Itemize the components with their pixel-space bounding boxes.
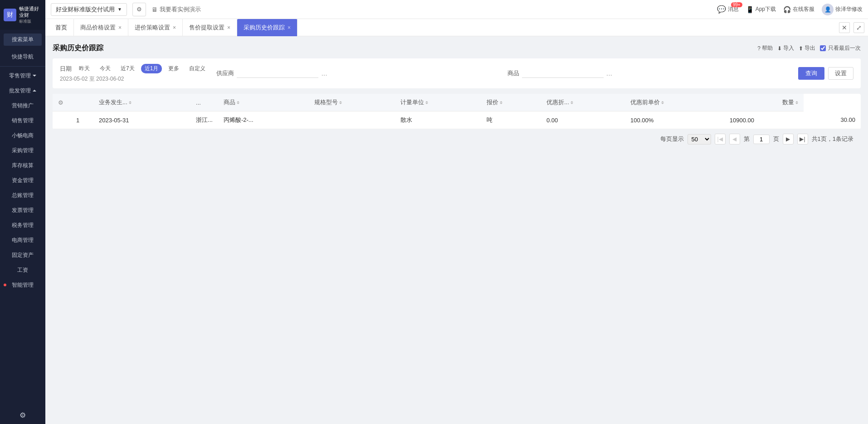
- last-page-button[interactable]: ▶|: [797, 134, 808, 145]
- col-spec[interactable]: 规格型号: [309, 94, 395, 111]
- tab-purchase-strategy[interactable]: 进价策略设置 ×: [128, 19, 183, 36]
- sort-discount-icon: [571, 101, 573, 104]
- search-menu-button[interactable]: 搜索菜单: [4, 34, 42, 46]
- next-page-button[interactable]: ▶: [783, 134, 794, 145]
- cell-quoted-price: 0.00: [541, 111, 625, 129]
- sidebar-item-invoice[interactable]: 发票管理: [0, 203, 45, 218]
- sidebar-item-quick-nav[interactable]: 快捷导航: [0, 49, 45, 64]
- app-download-button[interactable]: 📱 App下载: [746, 5, 776, 13]
- supplier-dots[interactable]: ...: [321, 69, 327, 77]
- query-button[interactable]: 查询: [798, 67, 824, 80]
- only-last-checkbox[interactable]: [820, 45, 826, 51]
- sidebar-item-finance[interactable]: 资金管理: [0, 173, 45, 188]
- col-pre-price[interactable]: 优惠前单价: [625, 94, 724, 111]
- sidebar-search[interactable]: 搜索菜单: [0, 30, 45, 49]
- product-selector[interactable]: 好业财标准版交付试用 ▼: [51, 3, 127, 16]
- messages-button[interactable]: 💬 消息 99+: [717, 5, 739, 14]
- goods-input[interactable]: [522, 69, 604, 78]
- tab-price[interactable]: 商品价格设置 ×: [74, 19, 128, 36]
- col-goods[interactable]: 商品: [218, 94, 309, 111]
- import-link[interactable]: ⬇ 导入: [777, 44, 794, 52]
- total-info: 共1页，1条记录: [812, 135, 853, 143]
- tab-history-price-close[interactable]: ×: [288, 24, 291, 31]
- sort-price[interactable]: 报价: [487, 98, 502, 106]
- filter-bar: 日期 昨天 今天 近7天 近1月 更多 自定义 2023-05-02 至 202…: [53, 58, 861, 88]
- settings-button[interactable]: 设置: [828, 67, 853, 80]
- avatar: 👤: [822, 4, 834, 15]
- sidebar-item-retail[interactable]: 零售管理: [0, 68, 45, 83]
- sidebar-item-inventory[interactable]: 库存核算: [0, 158, 45, 173]
- tab-sale-price[interactable]: 售价提取设置 ×: [183, 19, 237, 36]
- tab-purchase-strategy-close[interactable]: ×: [173, 24, 176, 31]
- sidebar-item-wholesale[interactable]: 批发管理: [0, 83, 45, 98]
- supplier-input[interactable]: [237, 69, 318, 78]
- sidebar-item-purchase[interactable]: 采购管理: [0, 143, 45, 158]
- tab-sale-price-close[interactable]: ×: [227, 24, 230, 31]
- sort-qty[interactable]: 数量: [782, 98, 798, 106]
- sidebar-item-tax[interactable]: 税务管理: [0, 218, 45, 233]
- page-input[interactable]: [753, 135, 770, 144]
- tab-close-all-button[interactable]: ✕: [839, 22, 850, 33]
- tab-home[interactable]: 首页: [49, 19, 74, 36]
- col-price[interactable]: 报价: [481, 94, 541, 111]
- selector-chevron-icon: ▼: [117, 7, 122, 12]
- cell-unit: 散水: [395, 111, 481, 129]
- logo-icon: 财: [4, 9, 16, 21]
- export-link[interactable]: ⬆ 导出: [799, 44, 815, 52]
- table-gear-icon[interactable]: ⚙: [58, 99, 63, 106]
- col-discount[interactable]: 优惠折...: [541, 94, 625, 111]
- per-page-label: 每页显示: [660, 135, 684, 143]
- sort-unit[interactable]: 计量单位: [400, 98, 428, 106]
- sidebar-item-sales[interactable]: 销售管理: [0, 113, 45, 128]
- demo-link[interactable]: 🖥 我要看实例演示: [151, 5, 201, 14]
- date-opt-7days[interactable]: 近7天: [117, 64, 138, 73]
- export-icon: ⬆: [799, 45, 803, 52]
- per-page-select[interactable]: 50 100 200: [688, 134, 711, 145]
- date-opt-more[interactable]: 更多: [165, 64, 183, 73]
- date-opt-1month[interactable]: 近1月: [141, 64, 162, 73]
- goods-dots[interactable]: ...: [606, 69, 612, 77]
- page-label-pre: 第: [744, 135, 750, 143]
- col-unit[interactable]: 计量单位: [395, 94, 481, 111]
- sort-discount[interactable]: 优惠折...: [546, 98, 573, 106]
- prev-page-button[interactable]: ◀: [729, 134, 740, 145]
- sidebar-item-assets[interactable]: 固定资产: [0, 248, 45, 263]
- sidebar-item-smart[interactable]: 智能管理: [0, 278, 45, 293]
- col-more[interactable]: ...: [190, 94, 218, 111]
- sidebar-item-marketing[interactable]: 营销推广: [0, 98, 45, 113]
- cell-spec: [309, 111, 395, 129]
- col-qty[interactable]: 数量: [724, 94, 804, 111]
- col-gear[interactable]: ⚙: [53, 94, 71, 111]
- tab-bar: 首页 商品价格设置 × 进价策略设置 × 售价提取设置 × 采购历史价跟踪 × …: [45, 19, 868, 36]
- header-gear-button[interactable]: ⚙: [132, 3, 146, 16]
- wholesale-arrow-icon: [33, 90, 36, 92]
- sort-spec[interactable]: 规格型号: [314, 98, 342, 106]
- demo-text: 我要看实例演示: [160, 5, 201, 14]
- sidebar-gear-button[interactable]: ⚙: [0, 406, 45, 424]
- tab-expand-button[interactable]: ⤢: [853, 22, 864, 33]
- sidebar-item-ledger[interactable]: 总账管理: [0, 188, 45, 203]
- sort-date[interactable]: 业务发生...: [99, 98, 132, 106]
- help-label: 帮助: [762, 44, 773, 52]
- cell-supplier: 浙江...: [190, 111, 218, 129]
- date-opt-custom[interactable]: 自定义: [185, 64, 209, 73]
- online-service-button[interactable]: 🎧 在线客服: [783, 5, 814, 13]
- cell-goods: 丙烯酸-2-...: [218, 111, 309, 129]
- retail-arrow-icon: [33, 75, 36, 77]
- sidebar-item-ecom[interactable]: 电商管理: [0, 233, 45, 248]
- smart-dot-icon: [4, 284, 6, 286]
- sort-pre-price[interactable]: 优惠前单价: [630, 98, 664, 106]
- col-date[interactable]: 业务发生...: [93, 94, 190, 111]
- sidebar-item-ecom-small[interactable]: 小畅电商: [0, 128, 45, 143]
- sidebar-item-payroll[interactable]: 工资: [0, 263, 45, 278]
- tab-price-close[interactable]: ×: [118, 24, 122, 31]
- sort-goods[interactable]: 商品: [224, 98, 239, 106]
- date-opt-today[interactable]: 今天: [96, 64, 114, 73]
- first-page-button[interactable]: |◀: [715, 134, 726, 145]
- logo-text-line2: 标准版: [19, 19, 42, 24]
- user-profile-button[interactable]: 👤 徐泽华修改: [822, 4, 863, 15]
- help-link[interactable]: ? 帮助: [757, 44, 773, 52]
- date-opt-yesterday[interactable]: 昨天: [75, 64, 93, 73]
- main-area: 好业财标准版交付试用 ▼ ⚙ 🖥 我要看实例演示 💬 消息 99+ 📱 App下…: [45, 0, 868, 424]
- tab-history-price[interactable]: 采购历史价跟踪 ×: [237, 19, 297, 36]
